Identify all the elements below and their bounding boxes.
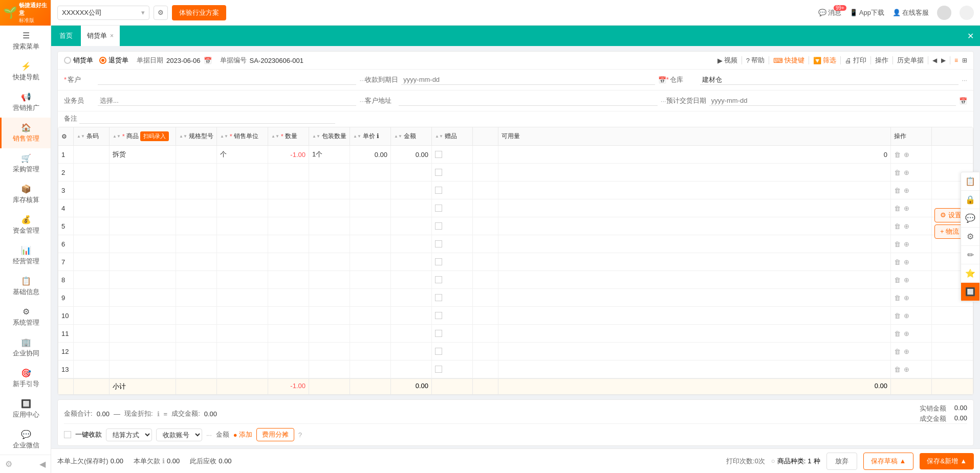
company-select[interactable]: XXXXXX公司 ▾ (57, 6, 149, 20)
td-pkg-11[interactable] (309, 343, 350, 360)
td-barcode-0[interactable] (74, 146, 110, 163)
td-unit-7[interactable] (217, 271, 268, 288)
td-amount-8[interactable] (391, 289, 432, 306)
td-qty-2[interactable] (268, 182, 309, 199)
td-amount-0[interactable]: 0.00 (391, 146, 432, 163)
td-pkg-1[interactable] (309, 164, 350, 181)
copy-icon-12[interactable]: ⊕ (904, 366, 909, 373)
notes-input[interactable] (79, 114, 335, 124)
gift-checkbox-0[interactable] (435, 151, 442, 158)
td-remark-9[interactable] (473, 307, 498, 324)
sidebar-item-system[interactable]: ⚙系统管理 (0, 302, 51, 332)
td-amount-1[interactable] (391, 164, 432, 181)
copy-icon-7[interactable]: ⊕ (904, 276, 909, 284)
collapse-icon[interactable]: ◀ (39, 459, 46, 469)
gift-checkbox-7[interactable] (435, 276, 442, 283)
sidebar-item-business[interactable]: 📊经营管理 (0, 240, 51, 271)
td-amount-6[interactable] (391, 253, 432, 271)
expense-btn[interactable]: 费用分摊 (256, 428, 294, 441)
float-icon-5[interactable]: ✏ (961, 246, 979, 264)
td-unit-9[interactable] (217, 307, 268, 324)
gift-checkbox-3[interactable] (435, 205, 442, 212)
delete-icon-7[interactable]: 🗑 (894, 276, 901, 284)
td-barcode-10[interactable] (74, 325, 110, 342)
radio-return-order[interactable]: 退货单 (99, 56, 128, 65)
sidebar-item-search-order[interactable]: ☰搜索菜单 (0, 26, 51, 56)
td-remark-11[interactable] (473, 343, 498, 360)
td-barcode-6[interactable] (74, 253, 110, 271)
delete-icon-5[interactable]: 🗑 (894, 240, 901, 248)
td-spec-11[interactable] (176, 343, 217, 360)
prev-btn[interactable]: ◀ (932, 57, 937, 64)
td-amount-4[interactable] (391, 217, 432, 235)
calc-method-select[interactable]: 结算方式 (106, 429, 152, 441)
td-qty-7[interactable] (268, 271, 309, 288)
delete-icon-4[interactable]: 🗑 (894, 222, 901, 230)
td-goods-2[interactable] (110, 182, 176, 199)
calendar-icon[interactable]: 📅 (204, 57, 212, 64)
delete-icon-3[interactable]: 🗑 (894, 205, 901, 212)
sidebar-footer[interactable]: ⚙ ◀ (0, 455, 51, 473)
td-barcode-1[interactable] (74, 164, 110, 181)
calendar-payment-icon[interactable]: 📅 (658, 76, 666, 84)
td-spec-10[interactable] (176, 325, 217, 342)
td-barcode-8[interactable] (74, 289, 110, 306)
td-qty-3[interactable] (268, 199, 309, 217)
td-price-11[interactable] (350, 343, 391, 360)
customer-addr-input[interactable] (399, 96, 657, 106)
gift-checkbox-6[interactable] (435, 258, 442, 265)
td-price-6[interactable] (350, 253, 391, 271)
td-remark-6[interactable] (473, 253, 498, 271)
td-amount-2[interactable] (391, 182, 432, 199)
warehouse-dots[interactable]: ··· (962, 76, 967, 84)
td-gift-4[interactable] (432, 217, 473, 235)
online-service-button[interactable]: 👤 在线客服 (892, 8, 929, 17)
td-gift-10[interactable] (432, 325, 473, 342)
sidebar-item-enterprise[interactable]: 🏢企业协同 (0, 332, 51, 363)
delete-icon-6[interactable]: 🗑 (894, 258, 901, 266)
td-pkg-2[interactable] (309, 182, 350, 199)
td-remark-8[interactable] (473, 289, 498, 306)
payment-date-input[interactable] (401, 75, 655, 85)
td-qty-6[interactable] (268, 253, 309, 271)
td-goods-5[interactable] (110, 235, 176, 253)
td-barcode-7[interactable] (74, 271, 110, 288)
td-spec-6[interactable] (176, 253, 217, 271)
td-unit-3[interactable] (217, 199, 268, 217)
order-number-value[interactable]: SA-20230606-001 (250, 57, 304, 64)
td-gift-5[interactable] (432, 235, 473, 253)
sidebar-item-wechat[interactable]: 💬企业微信 (0, 424, 51, 455)
help-icon-payment[interactable]: ? (298, 431, 302, 439)
delete-icon-10[interactable]: 🗑 (894, 330, 901, 337)
app-download-button[interactable]: 📱 App下载 (850, 8, 884, 17)
copy-icon-3[interactable]: ⊕ (904, 205, 909, 212)
td-qty-12[interactable] (268, 361, 309, 378)
td-unit-0[interactable]: 个 (217, 146, 268, 163)
td-spec-7[interactable] (176, 271, 217, 288)
td-price-10[interactable] (350, 325, 391, 342)
td-barcode-3[interactable] (74, 199, 110, 217)
td-amount-5[interactable] (391, 235, 432, 253)
sidebar-item-purchase[interactable]: 🛒采购管理 (0, 148, 51, 179)
float-icon-3[interactable]: 💬 (961, 209, 979, 228)
salesperson-dots[interactable]: ··· (359, 97, 365, 105)
tabbar-more[interactable]: ✕ (967, 31, 980, 41)
td-qty-1[interactable] (268, 164, 309, 181)
td-gift-3[interactable] (432, 199, 473, 217)
td-pkg-4[interactable] (309, 217, 350, 235)
td-goods-9[interactable] (110, 307, 176, 324)
td-amount-11[interactable] (391, 343, 432, 360)
float-icon-2[interactable]: 🔒 (961, 191, 979, 209)
td-remark-3[interactable] (473, 199, 498, 217)
customer-dots[interactable]: ··· (359, 76, 365, 84)
td-pkg-7[interactable] (309, 271, 350, 288)
grid-view-btn[interactable]: ≡ (954, 57, 958, 64)
td-amount-9[interactable] (391, 307, 432, 324)
sidebar-item-appstore[interactable]: 🔲应用中心 (0, 394, 51, 424)
gift-checkbox-2[interactable] (435, 187, 442, 194)
delete-icon-2[interactable]: 🗑 (894, 187, 901, 194)
td-spec-2[interactable] (176, 182, 217, 199)
td-remark-5[interactable] (473, 235, 498, 253)
td-spec-12[interactable] (176, 361, 217, 378)
th-gear[interactable]: ⚙ (58, 127, 74, 145)
